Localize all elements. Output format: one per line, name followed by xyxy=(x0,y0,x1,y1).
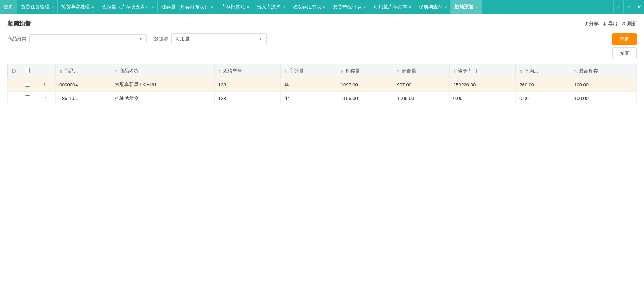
header-spec[interactable]: ⇅ 规格型号 xyxy=(214,64,281,78)
nav-item---[interactable]: 首页 xyxy=(0,0,17,14)
refresh-btn[interactable]: ↺ 刷新 xyxy=(621,21,637,27)
sort-icon-capital: ⇅ xyxy=(453,69,456,73)
close-icon[interactable]: × xyxy=(282,5,285,9)
close-icon[interactable]: × xyxy=(151,5,154,9)
close-icon[interactable]: × xyxy=(247,5,249,9)
row-gear xyxy=(8,78,21,92)
row-avg: 260.00 xyxy=(516,78,570,92)
table-row: 1 0000004 六配套新昌490BPG 123 套 1097.00 997.… xyxy=(8,78,637,92)
category-label: 商品分类 xyxy=(7,36,26,42)
close-icon[interactable]: × xyxy=(211,5,213,9)
close-icon[interactable]: × xyxy=(92,5,94,9)
row-spec: 123 xyxy=(214,78,281,92)
export-label: 导出 xyxy=(608,21,618,27)
row-spec: 123 xyxy=(214,92,281,105)
nav-arrow-right[interactable]: › xyxy=(623,0,634,14)
row-unit: 套 xyxy=(281,78,337,92)
row-checkbox[interactable] xyxy=(25,95,30,100)
page-title-row: 超储预警 ⤴ 分享 ⬇ 导出 ↺ 刷新 xyxy=(7,20,637,27)
filter-buttons: 查询 设置 xyxy=(612,33,637,59)
close-icon[interactable]: × xyxy=(444,5,447,9)
close-icon[interactable]: × xyxy=(363,5,366,9)
refresh-icon: ↺ xyxy=(621,21,626,27)
row-product-name: 机油滤清器 xyxy=(111,92,214,105)
nav-item-------[interactable]: 收发存汇总表× xyxy=(289,0,329,14)
nav-arrows: ‹ › ✕ xyxy=(613,0,644,14)
share-btn[interactable]: ⤴ 分享 xyxy=(585,21,599,27)
category-filter: 商品分类 ▼ xyxy=(7,34,147,43)
nav-item-------[interactable]: 拣货异常处理× xyxy=(58,0,98,14)
row-unit: 个 xyxy=(281,92,337,105)
header-num xyxy=(34,64,56,78)
header-product-name[interactable]: ⇅ 商品名称 xyxy=(111,64,214,78)
row-capital: 0.00 xyxy=(449,92,516,105)
category-chevron-icon: ▼ xyxy=(139,37,143,41)
nav-item------[interactable]: 保质期查询× xyxy=(415,0,451,14)
row-overstock: 997.00 xyxy=(393,78,450,92)
header-product-code[interactable]: ⇅ 商品... xyxy=(55,64,111,78)
share-icon: ⤴ xyxy=(585,21,588,27)
nav-item-------[interactable]: 拣货任务管理× xyxy=(17,0,58,14)
gear-icon[interactable]: ⚙ xyxy=(11,68,16,74)
nav-item--------[interactable]: 可用量库存账本× xyxy=(370,0,415,14)
sort-icon-product-name: ⇅ xyxy=(115,69,118,73)
row-checkbox[interactable] xyxy=(25,82,30,87)
row-product-code: 0000004 xyxy=(55,78,111,92)
datasource-label: 数据源 xyxy=(154,36,168,42)
top-nav: 首页拣货任务管理×拣货异常处理×现存量（库存状况表）×现存量（库存分布表）×库存… xyxy=(0,0,644,14)
header-checkbox xyxy=(21,64,34,78)
category-select[interactable]: ▼ xyxy=(29,34,147,43)
header-max-stock[interactable]: ⇅ 最高库存 xyxy=(570,64,637,78)
sort-icon-max-stock: ⇅ xyxy=(574,69,577,73)
nav-item-----[interactable]: 超储预警× xyxy=(451,0,482,14)
select-all-checkbox[interactable] xyxy=(25,68,30,73)
page-content: 超储预警 ⤴ 分享 ⬇ 导出 ↺ 刷新 商品分类 ▼ xyxy=(0,14,644,111)
filter-area: 商品分类 ▼ 数据源 可用量 ▼ 查询 设置 xyxy=(7,33,637,59)
table-body: 1 0000004 六配套新昌490BPG 123 套 1097.00 997.… xyxy=(8,78,637,105)
nav-arrow-left[interactable]: ‹ xyxy=(613,0,623,14)
data-table: ⚙ ⇅ 商品... ⇅ 商品名称 ⇅ 规格型号 xyxy=(7,64,637,105)
datasource-chevron-icon: ▼ xyxy=(259,37,263,41)
row-num: 2 xyxy=(34,92,56,105)
nav-item------[interactable]: 库存批次账× xyxy=(217,0,253,14)
row-avg: 0.00 xyxy=(516,92,570,105)
close-icon[interactable]: × xyxy=(323,5,325,9)
header-unit[interactable]: ⇅ 主计量 xyxy=(281,64,337,78)
row-checkbox-cell xyxy=(21,92,34,105)
nav-arrow-close[interactable]: ✕ xyxy=(634,0,644,14)
row-stock: 1106.00 xyxy=(337,92,393,105)
page-actions: ⤴ 分享 ⬇ 导出 ↺ 刷新 xyxy=(585,21,637,27)
header-avg[interactable]: ⇅ 平均... xyxy=(516,64,570,78)
page-title: 超储预警 xyxy=(7,20,31,27)
header-gear: ⚙ xyxy=(8,64,21,78)
row-product-name: 六配套新昌490BPG xyxy=(111,78,214,92)
datasource-select[interactable]: 可用量 ▼ xyxy=(171,33,267,44)
sort-icon-overstock: ⇅ xyxy=(397,69,400,73)
table-header-row: ⚙ ⇅ 商品... ⇅ 商品名称 ⇅ 规格型号 xyxy=(8,64,637,78)
sort-icon-unit: ⇅ xyxy=(284,69,287,73)
filter-inputs: 商品分类 ▼ 数据源 可用量 ▼ xyxy=(7,33,267,44)
header-capital[interactable]: ⇅ 资金占用 xyxy=(449,64,516,78)
close-icon[interactable]: × xyxy=(51,5,54,9)
nav-item-----------[interactable]: 现存量（库存状况表）× xyxy=(98,0,158,14)
sort-icon-spec: ⇅ xyxy=(218,69,221,73)
datasource-select-value: 可用量 xyxy=(175,36,190,42)
close-icon[interactable]: × xyxy=(409,5,411,9)
table-row: 2 186-10... 机油滤清器 123 个 1106.00 1006.00 … xyxy=(8,92,637,105)
query-button[interactable]: 查询 xyxy=(612,33,637,45)
header-stock[interactable]: ⇅ 库存量 xyxy=(337,64,393,78)
sort-icon-product-code: ⇅ xyxy=(59,69,62,73)
nav-item-------[interactable]: 要货单统计表× xyxy=(329,0,370,14)
header-overstock[interactable]: ⇅ 超储量 xyxy=(393,64,450,78)
nav-item------[interactable]: 出入库流水× xyxy=(253,0,289,14)
row-stock: 1097.00 xyxy=(337,78,393,92)
export-btn[interactable]: ⬇ 导出 xyxy=(602,21,618,27)
close-icon[interactable]: × xyxy=(475,5,477,9)
sort-icon-avg: ⇅ xyxy=(519,69,522,73)
nav-item-----------[interactable]: 现存量（库存分布表）× xyxy=(158,0,217,14)
settings-button[interactable]: 设置 xyxy=(612,47,637,59)
row-max-stock: 100.00 xyxy=(570,92,637,105)
row-capital: 259220.00 xyxy=(449,78,516,92)
share-label: 分享 xyxy=(589,21,599,27)
refresh-label: 刷新 xyxy=(627,21,637,27)
